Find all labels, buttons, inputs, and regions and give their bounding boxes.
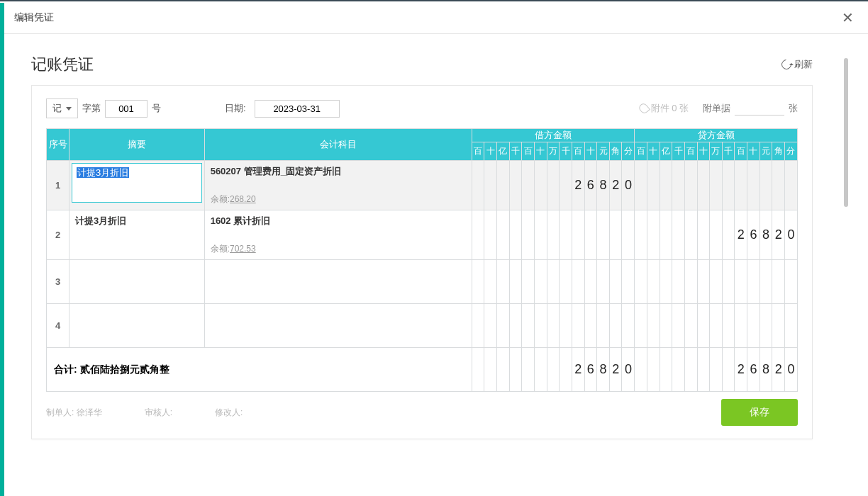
amount-digit[interactable]	[647, 260, 660, 304]
amount-digit[interactable]	[660, 210, 672, 260]
table-row[interactable]: 1计提3月折旧560207 管理费用_固定资产折旧余额:268.2026820	[47, 161, 798, 210]
amount-digit[interactable]	[672, 304, 685, 348]
amount-digit[interactable]	[784, 304, 797, 348]
amount-digit[interactable]	[684, 161, 697, 210]
amount-digit[interactable]	[672, 260, 685, 304]
amount-digit[interactable]	[647, 304, 660, 348]
amount-digit[interactable]	[622, 304, 635, 348]
amount-digit[interactable]	[760, 260, 772, 304]
amount-digit[interactable]	[635, 210, 647, 260]
table-row[interactable]: 2计提3月折旧1602 累计折旧余额:702.5326820	[47, 210, 798, 260]
amount-digit[interactable]	[547, 161, 560, 210]
amount-digit[interactable]: 2	[609, 161, 622, 210]
amount-digit[interactable]	[784, 161, 797, 210]
amount-digit[interactable]	[635, 260, 647, 304]
amount-digit[interactable]	[572, 304, 584, 348]
amount-digit[interactable]	[522, 161, 535, 210]
amount-digit[interactable]: 0	[784, 210, 797, 260]
summary-cell[interactable]: 计提3月折旧	[69, 210, 205, 260]
amount-digit[interactable]	[622, 210, 635, 260]
voucher-number-input[interactable]	[105, 100, 148, 118]
amount-digit[interactable]: 8	[760, 210, 772, 260]
amount-digit[interactable]	[509, 210, 522, 260]
amount-digit[interactable]	[522, 260, 535, 304]
subject-cell[interactable]	[204, 260, 472, 304]
amount-digit[interactable]: 6	[584, 161, 597, 210]
amount-digit[interactable]	[472, 210, 484, 260]
subject-cell[interactable]: 1602 累计折旧余额:702.53	[204, 210, 472, 260]
amount-digit[interactable]	[584, 210, 597, 260]
amount-digit[interactable]	[560, 260, 572, 304]
amount-digit[interactable]	[522, 304, 535, 348]
amount-digit[interactable]: 2	[735, 210, 747, 260]
amount-digit[interactable]	[747, 304, 760, 348]
amount-digit[interactable]	[534, 161, 547, 210]
amount-digit[interactable]	[484, 210, 497, 260]
amount-digit[interactable]	[710, 260, 723, 304]
refresh-button[interactable]: 刷新	[781, 58, 813, 71]
amount-digit[interactable]	[635, 304, 647, 348]
subject-cell[interactable]	[204, 304, 472, 348]
amount-digit[interactable]	[735, 304, 747, 348]
amount-digit[interactable]	[497, 260, 510, 304]
amount-digit[interactable]	[560, 304, 572, 348]
amount-digit[interactable]	[534, 210, 547, 260]
save-button[interactable]: 保存	[721, 399, 798, 426]
amount-digit[interactable]	[609, 304, 622, 348]
voucher-type-select[interactable]: 记	[46, 98, 78, 118]
amount-digit[interactable]	[609, 210, 622, 260]
table-row[interactable]: 4	[47, 304, 798, 348]
amount-digit[interactable]	[735, 161, 747, 210]
amount-digit[interactable]	[722, 260, 735, 304]
amount-digit[interactable]	[572, 210, 584, 260]
amount-digit[interactable]	[722, 304, 735, 348]
amount-digit[interactable]	[710, 304, 723, 348]
amount-digit[interactable]	[760, 304, 772, 348]
summary-cell[interactable]: 计提3月折旧	[69, 161, 205, 210]
amount-digit[interactable]	[772, 161, 785, 210]
amount-digit[interactable]	[547, 210, 560, 260]
attach-count-input[interactable]	[735, 101, 784, 115]
amount-digit[interactable]	[497, 161, 510, 210]
amount-digit[interactable]	[747, 260, 760, 304]
close-icon[interactable]: ✕	[842, 9, 854, 26]
amount-digit[interactable]	[534, 260, 547, 304]
amount-digit[interactable]	[584, 260, 597, 304]
amount-digit[interactable]	[522, 210, 535, 260]
amount-digit[interactable]	[597, 260, 610, 304]
amount-digit[interactable]	[647, 161, 660, 210]
amount-digit[interactable]	[509, 304, 522, 348]
amount-digit[interactable]	[547, 260, 560, 304]
amount-digit[interactable]	[710, 161, 723, 210]
summary-selected-text[interactable]: 计提3月折旧	[77, 167, 129, 178]
date-input[interactable]	[255, 100, 340, 118]
amount-digit[interactable]	[660, 304, 672, 348]
amount-digit[interactable]	[484, 304, 497, 348]
subject-cell[interactable]: 560207 管理费用_固定资产折旧余额:268.20	[204, 161, 472, 210]
amount-digit[interactable]	[484, 260, 497, 304]
amount-digit[interactable]	[622, 260, 635, 304]
amount-digit[interactable]	[509, 260, 522, 304]
amount-digit[interactable]	[597, 304, 610, 348]
amount-digit[interactable]	[672, 161, 685, 210]
amount-digit[interactable]	[609, 260, 622, 304]
amount-digit[interactable]: 0	[622, 161, 635, 210]
amount-digit[interactable]	[710, 210, 723, 260]
amount-digit[interactable]	[672, 210, 685, 260]
amount-digit[interactable]	[697, 161, 710, 210]
amount-digit[interactable]: 2	[772, 210, 785, 260]
table-row[interactable]: 3	[47, 260, 798, 304]
amount-digit[interactable]	[697, 210, 710, 260]
amount-digit[interactable]	[722, 210, 735, 260]
amount-digit[interactable]	[560, 210, 572, 260]
balance-text[interactable]: 余额:268.20	[211, 193, 466, 205]
amount-digit[interactable]	[772, 260, 785, 304]
scrollbar[interactable]	[844, 58, 848, 207]
amount-digit[interactable]	[472, 304, 484, 348]
amount-digit[interactable]	[660, 260, 672, 304]
amount-digit[interactable]	[484, 161, 497, 210]
amount-digit[interactable]	[684, 260, 697, 304]
amount-digit[interactable]	[772, 304, 785, 348]
amount-digit[interactable]	[597, 210, 610, 260]
amount-digit[interactable]: 2	[572, 161, 584, 210]
